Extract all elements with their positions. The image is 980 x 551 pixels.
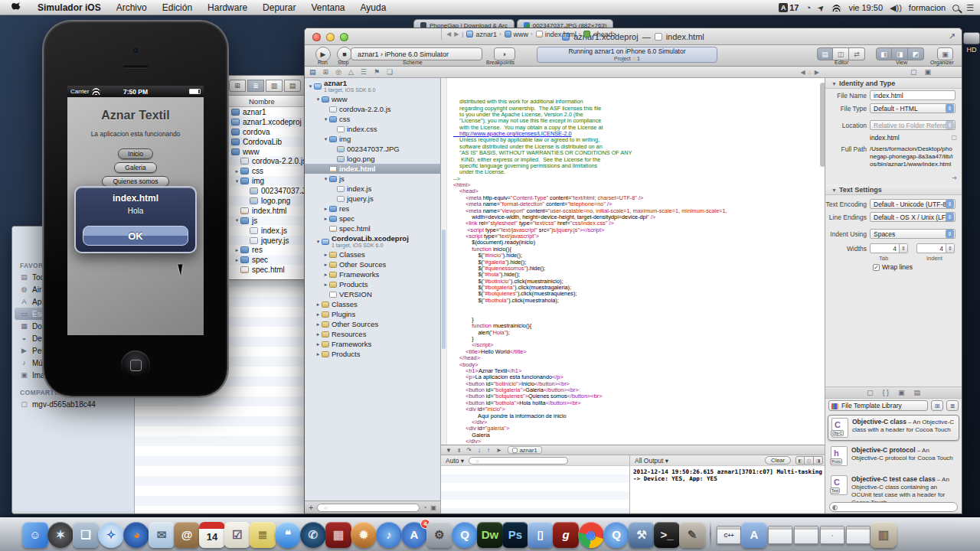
fullscreen-icon[interactable]: ↗ [949,31,956,41]
dock-quicktime-player-icon[interactable]: Q [603,522,629,548]
navigator-row[interactable]: logo.png [305,154,440,164]
issue-navigator-icon[interactable]: △ [348,67,354,78]
dock-facetime-icon[interactable]: ✆ [300,522,326,548]
sidebar-shared-item[interactable]: ▢mgv-d565ab18c44 [12,398,134,410]
code-text[interactable]: distributed with this work for additiona… [453,80,818,445]
variables-scope-dropdown[interactable]: Auto ▾ [446,457,464,465]
alert-ok-button[interactable]: OK [83,226,188,246]
variables-view[interactable] [441,466,630,514]
jump-bar[interactable]: ◀ ▶ | aznar1›www›index.html›<head> [441,28,822,40]
menu-item[interactable]: Edición [155,0,200,15]
coverflow-view-button[interactable]: ▤ [284,80,301,92]
menu-item[interactable]: Ventana [303,0,352,15]
indent-width-stepper[interactable]: 4 [916,243,955,253]
dock-itunes-icon[interactable]: ♪ [376,522,402,548]
jumpbar-crumb[interactable]: index.html› [536,31,581,38]
step-over-icon[interactable]: ↷ [466,447,472,454]
menu-item[interactable]: Simulador iOS [30,0,109,15]
menu-item[interactable]: Hardware [200,0,255,15]
editor-mode-segment[interactable]: ▤◫⇄ [817,47,865,60]
library-dropdown[interactable]: File Template Library [828,400,928,411]
dock-minimized-window-4[interactable] [846,526,871,544]
menu-clock[interactable]: vie 19:50 [848,3,883,12]
dock-cpp-document[interactable]: C++ [717,526,741,544]
identity-section-header[interactable]: ▼Identity and Type [825,78,962,89]
folder-reference-icon[interactable]: ▢ [951,134,957,141]
dock-separator[interactable] [710,521,711,549]
navigator-row[interactable]: ▾ js [305,174,440,184]
debug-navigator-icon[interactable]: ❏ [387,67,393,78]
quienes-somos-button[interactable]: Quienes somos [102,176,169,187]
dock-xcode-icon[interactable]: ⚒ [629,522,655,548]
dock-finder-icon[interactable]: ☺ [22,522,48,548]
navigator-row[interactable]: ▾ img [305,134,440,144]
project-navigator-icon[interactable]: ▤ [309,67,316,78]
scheme-selector[interactable]: aznar1 › iPhone 6.0 Simulator [351,47,482,60]
navigator-row[interactable]: ▸ Products [305,349,440,359]
navigator-row[interactable]: cordova-2.2.0.js [305,104,440,114]
navigator-row[interactable]: ▸ Frameworks [305,339,440,349]
time-machine-icon[interactable]: ◔ [806,3,812,12]
navigator-row[interactable]: ▸ Classes [305,299,440,309]
navigator-row[interactable]: ▸ Classes [305,249,440,259]
back-button[interactable]: ◀ [446,31,451,37]
galeria-button[interactable]: Galeria [114,162,157,173]
log-navigator-icon[interactable]: ☰ [361,67,367,78]
dock-calendar-icon[interactable]: 14 [199,522,225,548]
step-into-icon[interactable]: ↓ [478,447,481,454]
dock-contacts-icon[interactable]: @ [174,522,200,548]
text-encoding-dropdown[interactable]: Default - Unicode (UTF-8) [870,199,956,209]
symbol-navigator-icon[interactable]: ⊞ [323,67,329,78]
location-dropdown[interactable]: Relative to Folder Reference [870,120,956,130]
scm-status-icon[interactable]: ▣ [430,504,436,511]
column-view-button[interactable]: ▥ [266,80,283,92]
tab-width-stepper[interactable]: 4 [870,243,908,253]
home-button[interactable] [121,350,150,380]
xcode-window[interactable]: aznar1.xcodeproj — index.html ↗ ▶ Run ■ … [304,28,962,514]
macintosh-hd-icon[interactable]: HD [962,32,980,54]
library-list-button[interactable]: ≣ [946,400,959,411]
navigator-row[interactable]: ▸ Frameworks [305,269,440,279]
dock-g-app-icon[interactable]: g [553,522,579,548]
organizer-segment[interactable]: ▣ [937,47,953,60]
debug-layout-segment[interactable]: ◧◫◨ [795,456,823,465]
dock-minimized-window-3[interactable]: ◦ [820,526,844,544]
forward-button[interactable]: ▶ [454,31,459,37]
dock-applications-folder-icon[interactable]: A [741,522,767,548]
library-item[interactable]: CObj-C Objective-C class – An Objective-… [828,415,959,441]
recent-files-icon[interactable]: ◔ [423,504,427,511]
output-scope-dropdown[interactable]: All Output ▾ [635,457,668,465]
dock-dreamweaver-icon[interactable]: Dw [477,522,503,548]
variables-search-field[interactable]: ○ [469,457,568,465]
filter-field[interactable]: ○ [317,504,419,512]
view-segment[interactable]: ◧◨◩ [876,47,924,60]
simulator-screen[interactable]: Carrier 7:50 PM Aznar Textil La aplicaci… [67,86,204,335]
dock-photo-booth-icon[interactable]: ▦ [325,522,351,548]
inspector-tabs[interactable]: ▢▣ [910,67,931,78]
file-type-dropdown[interactable]: Default - HTML [870,103,956,113]
notification-center-icon[interactable]: ☰ [966,3,974,13]
issue-stepper[interactable]: ◀⚠▶ [800,67,819,78]
jumpbar-crumb[interactable]: <head> [583,31,616,38]
dock-reminders-icon[interactable]: ☑ [224,522,250,548]
dock-photoshop-icon[interactable]: Ps [502,522,528,548]
console-output[interactable]: 2012-12-14 19:50:26.615 aznar1[3701:c07]… [630,466,826,514]
dock-mission-control-icon[interactable]: ❏ [73,522,99,548]
navigator-row[interactable]: ▸ Resources [305,329,440,339]
library-search-field[interactable] [829,502,958,512]
file-name-field[interactable]: index.html [870,90,956,100]
process-chip[interactable]: aznar1 [508,446,542,454]
dock-system-preferences-icon[interactable]: ⚙ [426,522,452,548]
icon-view-button[interactable]: ⊞ [229,80,246,92]
jumpbar-crumb[interactable]: aznar1› [466,31,501,38]
step-out-icon[interactable]: ↑ [487,447,490,454]
jumpbar-crumb[interactable]: www› [505,31,533,38]
dock-iphoto-icon[interactable]: ✹ [351,522,377,548]
user-menu[interactable]: formacion [909,3,946,12]
clear-console-button[interactable]: Clear [765,456,791,465]
library-grid-button[interactable]: ⊞ [931,400,943,411]
dock-gimp-icon[interactable]: ✎ [679,522,705,548]
dock-quicktime-icon[interactable]: Q [452,522,478,548]
library-selector-bar[interactable]: ▢{ }▣▤ [825,386,962,399]
dock-launchpad-icon[interactable]: ✶ [47,522,74,548]
